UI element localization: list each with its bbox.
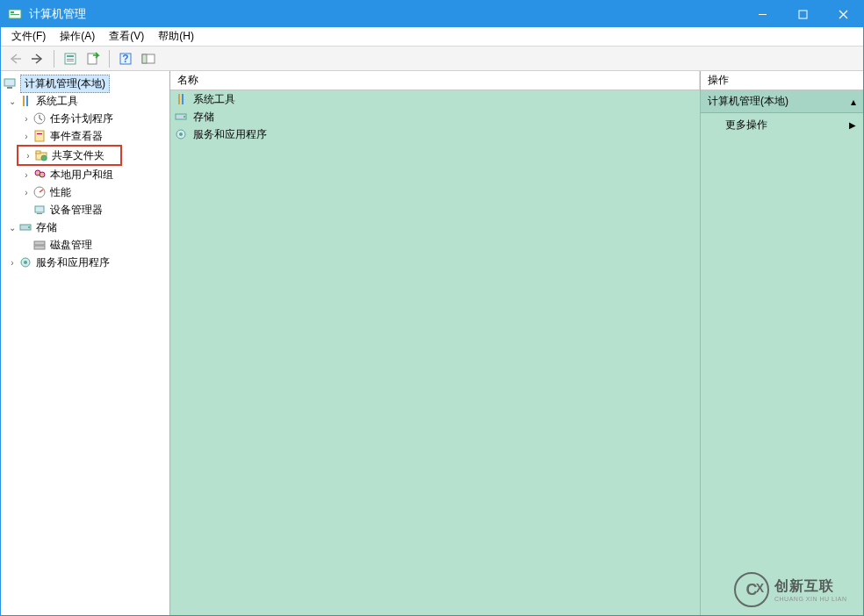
expand-icon[interactable]: › [6,258,18,268]
tree-disk-management[interactable]: 磁盘管理 [1,236,169,254]
menubar: 文件(F) 操作(A) 查看(V) 帮助(H) [1,27,863,47]
svg-rect-8 [67,55,74,57]
svg-rect-24 [36,151,40,154]
svg-rect-22 [37,133,42,134]
properties-button[interactable] [60,48,81,69]
minimize-button[interactable] [742,1,782,27]
tree-local-users[interactable]: › 本地用户和组 [1,166,169,183]
tree-shared-folders[interactable]: › 共享文件夹 [18,147,120,164]
highlight-annotation: › 共享文件夹 [17,145,122,166]
svg-point-40 [184,116,185,118]
tree-performance[interactable]: › 性能 [1,183,169,201]
collapse-icon[interactable]: ⌄ [6,223,18,233]
tree-event-viewer[interactable]: › 事件查看器 [1,127,169,145]
close-button[interactable] [823,1,863,27]
tree-root[interactable]: 计算机管理(本地) [1,75,169,92]
svg-rect-4 [799,11,807,18]
window-root: 计算机管理 文件(F) 操作(A) 查看(V) 帮助(H) ? 计算机管理(本地… [0,0,864,616]
computer-icon [3,76,17,90]
toolbar: ? [1,47,863,71]
list-item-system-tools[interactable]: 系统工具 [170,90,700,108]
toolbar-separator [109,50,110,68]
forward-button[interactable] [27,48,48,69]
clock-icon [32,111,47,125]
device-icon [32,203,47,217]
svg-rect-16 [4,79,15,86]
svg-point-36 [24,261,27,264]
actions-item-label: 更多操作 [725,118,767,133]
help-button[interactable]: ? [115,48,136,69]
svg-rect-30 [37,213,42,214]
tree-panel[interactable]: 计算机管理(本地) ⌄ 系统工具 › 任务计划程序 › 事件查看器 › [1,71,170,615]
menu-view[interactable]: 查看(V) [102,27,151,46]
svg-rect-2 [11,14,19,15]
svg-text:?: ? [122,53,128,65]
app-icon [8,7,22,21]
svg-rect-34 [34,246,45,249]
content-body[interactable]: 系统工具 存储 服务和应用程序 [170,90,700,615]
collapse-icon[interactable]: ⌄ [6,97,18,106]
expand-icon[interactable]: › [20,170,32,180]
tree-device-manager[interactable]: 设备管理器 [1,201,169,218]
menu-action[interactable]: 操作(A) [53,27,102,46]
tree-storage[interactable]: ⌄ 存储 [1,218,169,236]
svg-point-27 [40,172,45,177]
svg-rect-17 [7,87,12,89]
services-icon [174,127,188,141]
actions-header: 操作 [701,71,863,90]
svg-point-25 [41,155,47,161]
svg-rect-10 [67,61,74,61]
list-item-label: 存储 [193,110,214,125]
services-icon [18,255,32,269]
svg-rect-18 [23,96,25,106]
svg-rect-1 [11,11,14,13]
svg-rect-9 [67,59,74,60]
svg-rect-37 [178,94,180,104]
tree-task-scheduler[interactable]: › 任务计划程序 [1,110,169,127]
actions-section-header[interactable]: 计算机管理(本地) ▴ [701,90,863,113]
svg-point-32 [28,226,30,228]
list-item-storage[interactable]: 存储 [170,108,700,125]
svg-rect-21 [35,131,44,141]
actions-body: 计算机管理(本地) ▴ 更多操作 ▶ [701,90,863,615]
event-icon [32,129,47,143]
performance-icon [32,185,47,199]
back-button[interactable] [4,48,25,69]
storage-icon [174,110,188,124]
shared-folder-icon [34,148,48,162]
tree-system-tools[interactable]: ⌄ 系统工具 [1,92,169,110]
svg-rect-29 [35,206,44,212]
toolbar-separator [54,50,54,68]
actions-panel: 操作 计算机管理(本地) ▴ 更多操作 ▶ [701,71,863,615]
menu-help[interactable]: 帮助(H) [151,27,201,46]
list-item-services-apps[interactable]: 服务和应用程序 [170,125,700,143]
main-area: 计算机管理(本地) ⌄ 系统工具 › 任务计划程序 › 事件查看器 › [1,71,863,615]
column-name[interactable]: 名称 [170,71,700,90]
disk-icon [32,238,47,252]
content-panel: 名称 系统工具 存储 服务和应用程序 [170,71,701,615]
export-button[interactable] [83,48,104,69]
window-controls [742,1,863,27]
tree-services-apps[interactable]: › 服务和应用程序 [1,254,169,271]
svg-point-42 [179,133,183,136]
chevron-right-icon: ▶ [849,120,856,130]
svg-rect-33 [34,241,45,245]
tools-icon [174,92,188,106]
users-icon [32,168,47,182]
expand-icon[interactable]: › [20,132,32,141]
show-hide-button[interactable] [138,48,159,69]
collapse-icon[interactable]: ▴ [851,96,856,108]
expand-icon[interactable]: › [20,114,32,124]
maximize-button[interactable] [782,1,823,27]
tools-icon [18,94,32,108]
titlebar: 计算机管理 [1,1,863,27]
svg-rect-15 [142,54,147,63]
content-column-header[interactable]: 名称 [170,71,700,90]
list-item-label: 服务和应用程序 [193,127,267,142]
expand-icon[interactable]: › [22,151,34,161]
list-item-label: 系统工具 [193,92,235,107]
menu-file[interactable]: 文件(F) [4,27,53,46]
actions-more[interactable]: 更多操作 ▶ [701,113,863,137]
expand-icon[interactable]: › [20,188,32,197]
window-title: 计算机管理 [27,6,742,22]
